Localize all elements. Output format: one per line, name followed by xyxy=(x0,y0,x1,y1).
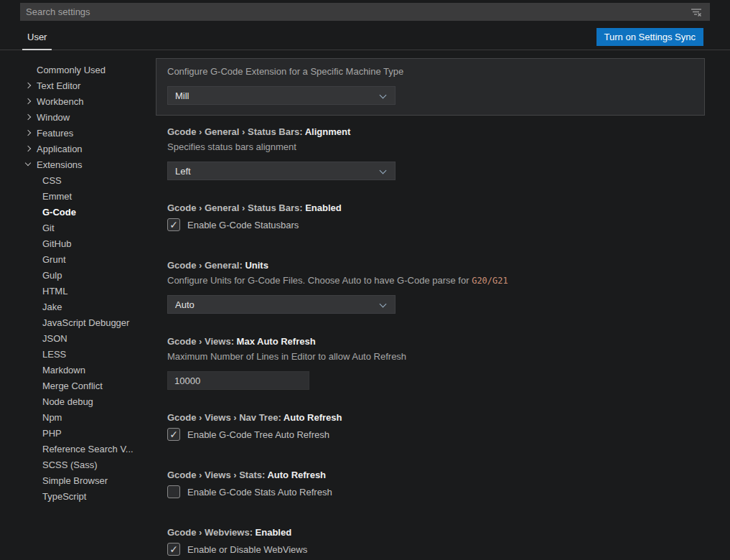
setting-webviews-enabled: Gcode › Webviews: Enabled ✓ Enable or Di… xyxy=(167,526,705,556)
sidebar-item-json[interactable]: JSON xyxy=(0,330,156,346)
setting-machine-type: Configure G-Code Extension for a Specifi… xyxy=(156,58,705,116)
setting-description: Configure G-Code Extension for a Specifi… xyxy=(167,65,693,78)
sidebar-item-simple-browser[interactable]: Simple Browser xyxy=(0,472,156,488)
sidebar-item-window[interactable]: Window xyxy=(0,109,156,125)
sidebar-item-g-code[interactable]: G-Code xyxy=(0,204,156,220)
chevron-right-icon xyxy=(24,80,37,91)
sidebar-item-workbench[interactable]: Workbench xyxy=(0,93,156,109)
gcode-code-span: G20/G21 xyxy=(472,276,508,286)
units-select[interactable]: Auto xyxy=(167,295,396,314)
sidebar-item-gulp[interactable]: Gulp xyxy=(0,267,156,283)
search-input[interactable] xyxy=(20,3,710,21)
setting-units: Gcode › General: Units Configure Units f… xyxy=(167,259,705,314)
setting-description: Maximum Number of Lines in Editor to all… xyxy=(167,350,705,363)
chevron-down-icon xyxy=(380,301,387,308)
checkbox-label: Enable G-Code Tree Auto Refresh xyxy=(187,429,329,440)
setting-nav-tree-auto-refresh: Gcode › Views › Nav Tree: Auto Refresh ✓… xyxy=(167,411,705,442)
check-icon: ✓ xyxy=(169,429,178,439)
stats-checkbox[interactable] xyxy=(167,485,180,498)
sidebar-item-grunt[interactable]: Grunt xyxy=(0,251,156,267)
check-icon: ✓ xyxy=(169,544,178,554)
machine-type-select[interactable]: Mill xyxy=(167,86,396,105)
active-tab-underline xyxy=(22,49,52,50)
sidebar-item-markdown[interactable]: Markdown xyxy=(0,362,156,378)
tab-user[interactable]: User xyxy=(24,24,50,50)
nav-tree-checkbox[interactable]: ✓ xyxy=(167,428,180,441)
setting-title: Gcode › Views › Nav Tree: Auto Refresh xyxy=(167,411,705,424)
webviews-checkbox[interactable]: ✓ xyxy=(167,543,180,556)
setting-status-bars-enabled: Gcode › General › Status Bars: Enabled ✓… xyxy=(167,202,705,232)
sidebar-item-commonly-used[interactable]: Commonly Used xyxy=(0,62,156,78)
chevron-right-icon xyxy=(24,143,37,154)
statusbars-checkbox[interactable]: ✓ xyxy=(167,218,180,231)
sidebar-item-merge-conflict[interactable]: Merge Conflict xyxy=(0,378,156,393)
sidebar-item-text-editor[interactable]: Text Editor xyxy=(0,78,156,93)
setting-stats-auto-refresh: Gcode › Views › Stats: Auto Refresh Enab… xyxy=(167,469,705,499)
setting-title: Gcode › General: Units xyxy=(167,259,705,272)
alignment-select[interactable]: Left xyxy=(167,162,396,180)
sidebar-item-github[interactable]: GitHub xyxy=(0,235,156,251)
setting-description: Configure Units for G-Code Files. Choose… xyxy=(167,274,705,287)
sidebar-item-jake[interactable]: Jake xyxy=(0,299,156,314)
sidebar-item-typescript[interactable]: TypeScript xyxy=(0,488,156,504)
sidebar-item-npm[interactable]: Npm xyxy=(0,409,156,425)
check-icon: ✓ xyxy=(169,220,178,230)
setting-title: Gcode › Webviews: Enabled xyxy=(167,526,705,539)
settings-tab-bar: User Turn on Settings Sync xyxy=(0,24,730,50)
chevron-right-icon xyxy=(24,127,37,139)
sidebar-item-application[interactable]: Application xyxy=(0,141,156,157)
sidebar-item-node-debug[interactable]: Node debug xyxy=(0,393,156,409)
setting-title: Gcode › Views: Max Auto Refresh xyxy=(167,335,705,348)
sidebar-item-less[interactable]: LESS xyxy=(0,346,156,362)
sidebar-item-php[interactable]: PHP xyxy=(0,425,156,441)
checkbox-label: Enable G-Code Stats Auto Refresh xyxy=(187,487,332,498)
setting-title: Gcode › Views › Stats: Auto Refresh xyxy=(167,469,705,482)
filter-clear-icon[interactable] xyxy=(690,6,703,19)
settings-tree-sidebar: Commonly Used Text Editor Workbench Wind… xyxy=(0,50,156,559)
sidebar-item-extensions[interactable]: Extensions xyxy=(0,157,156,172)
sidebar-item-html[interactable]: HTML xyxy=(0,283,156,299)
setting-title: Gcode › General › Status Bars: Enabled xyxy=(167,202,705,215)
chevron-down-icon xyxy=(380,167,387,174)
setting-description: Specifies status bars alignment xyxy=(167,141,705,154)
sidebar-item-scss-sass[interactable]: SCSS (Sass) xyxy=(0,457,156,472)
setting-max-auto-refresh: Gcode › Views: Max Auto Refresh Maximum … xyxy=(167,335,705,390)
sidebar-item-reference-search-view[interactable]: Reference Search V... xyxy=(0,441,156,457)
settings-list: Configure G-Code Extension for a Specifi… xyxy=(156,50,730,559)
sidebar-item-javascript-debugger[interactable]: JavaScript Debugger xyxy=(0,314,156,330)
settings-search-bar xyxy=(0,0,730,24)
sidebar-item-css[interactable]: CSS xyxy=(0,172,156,188)
sidebar-item-emmet[interactable]: Emmet xyxy=(0,188,156,204)
setting-status-bars-alignment: Gcode › General › Status Bars: Alignment… xyxy=(167,126,705,180)
sidebar-item-git[interactable]: Git xyxy=(0,220,156,235)
checkbox-label: Enable or Disable WebViews xyxy=(187,544,307,555)
setting-title: Gcode › General › Status Bars: Alignment xyxy=(167,126,705,139)
chevron-down-icon xyxy=(380,92,387,99)
chevron-right-icon xyxy=(24,95,37,107)
max-auto-refresh-input[interactable] xyxy=(167,371,309,390)
tab-user-label: User xyxy=(27,32,47,42)
chevron-down-icon xyxy=(24,159,37,170)
chevron-right-icon xyxy=(24,111,37,123)
checkbox-label: Enable G-Code Statusbars xyxy=(187,220,299,230)
sidebar-item-features[interactable]: Features xyxy=(0,125,156,141)
turn-on-settings-sync-button[interactable]: Turn on Settings Sync xyxy=(596,28,703,46)
